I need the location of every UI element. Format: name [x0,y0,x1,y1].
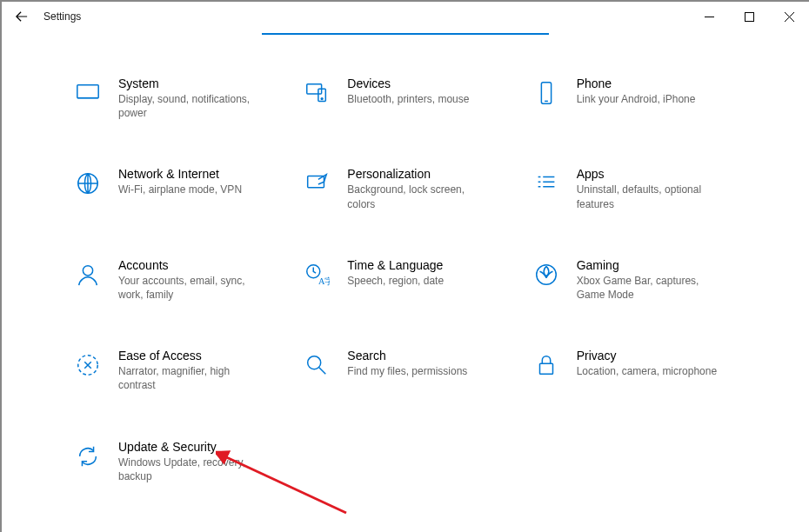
settings-grid: SystemDisplay, sound, notifications, pow… [73,76,739,483]
paint-icon [302,169,331,198]
tile-subtitle: Location, camera, microphone [577,364,717,378]
tile-subtitle: Xbox Game Bar, captures, Game Mode [577,274,725,302]
tile-subtitle: Windows Update, recovery, backup [118,456,266,483]
tile-title: Gaming [577,258,725,272]
time-language-icon: A字 [302,260,331,289]
tile-phone[interactable]: PhoneLink your Android, iPhone [532,76,739,120]
tile-title: Personalization [347,167,495,181]
tile-ease-of-access[interactable]: Ease of AccessNarrator, magnifier, high … [73,349,281,392]
tile-apps[interactable]: AppsUninstall, defaults, optional featur… [532,167,739,210]
apps-icon [532,169,561,198]
phone-icon [532,78,561,108]
update-icon [73,442,103,471]
close-button[interactable] [769,3,809,30]
tile-title: Time & Language [347,258,444,272]
tile-subtitle: Your accounts, email, sync, work, family [118,274,266,302]
svg-rect-1 [77,85,98,98]
tile-subtitle: Speech, region, date [347,274,444,288]
svg-point-13 [308,356,321,369]
tile-subtitle: Uninstall, defaults, optional features [577,183,725,210]
tile-title: Apps [577,167,725,181]
tile-title: Search [347,349,467,362]
tile-title: Phone [577,76,696,90]
tile-system[interactable]: SystemDisplay, sound, notifications, pow… [73,76,281,120]
tile-subtitle: Background, lock screen, colors [347,183,495,210]
svg-text:A字: A字 [318,276,330,286]
titlebar: Settings [2,2,809,31]
tile-update-security[interactable]: Update & SecurityWindows Update, recover… [73,440,281,483]
tile-title: Devices [347,76,469,90]
svg-point-8 [83,265,92,275]
person-icon [73,260,103,289]
system-icon [73,78,103,108]
tile-title: Network & Internet [118,167,242,181]
search-icon [302,350,331,380]
tile-devices[interactable]: DevicesBluetooth, printers, mouse [302,76,510,120]
svg-rect-0 [745,12,753,21]
tile-personalization[interactable]: PersonalizationBackground, lock screen, … [302,167,510,210]
tile-subtitle: Display, sound, notifications, power [118,92,266,120]
tile-subtitle: Bluetooth, printers, mouse [347,92,469,106]
tile-accounts[interactable]: AccountsYour accounts, email, sync, work… [73,258,281,302]
tile-title: Privacy [577,349,717,362]
tile-subtitle: Wi-Fi, airplane mode, VPN [118,183,242,196]
svg-point-11 [536,265,556,285]
tile-subtitle: Find my files, permissions [347,364,467,378]
tile-title: Update & Security [118,440,266,454]
tile-network[interactable]: Network & InternetWi-Fi, airplane mode, … [73,167,281,210]
tile-title: System [118,76,266,90]
svg-rect-5 [541,83,551,103]
minimize-button[interactable] [689,3,729,30]
gaming-icon [532,260,561,289]
window-title: Settings [43,10,81,23]
tile-search[interactable]: SearchFind my files, permissions [302,349,510,392]
tile-subtitle: Narrator, magnifier, high contrast [118,364,266,392]
tile-gaming[interactable]: GamingXbox Game Bar, captures, Game Mode [532,258,739,302]
globe-icon [73,169,103,198]
tile-privacy[interactable]: PrivacyLocation, camera, microphone [532,349,739,392]
ease-of-access-icon [73,350,103,380]
tile-title: Accounts [118,258,266,272]
tile-subtitle: Link your Android, iPhone [577,92,696,106]
tile-time[interactable]: A字 Time & LanguageSpeech, region, date [302,258,510,302]
svg-point-4 [321,98,323,100]
devices-icon [302,78,331,108]
maximize-button[interactable] [729,3,769,30]
back-button[interactable] [12,7,31,26]
lock-icon [532,350,561,380]
svg-rect-14 [539,363,552,374]
tile-title: Ease of Access [118,349,266,362]
